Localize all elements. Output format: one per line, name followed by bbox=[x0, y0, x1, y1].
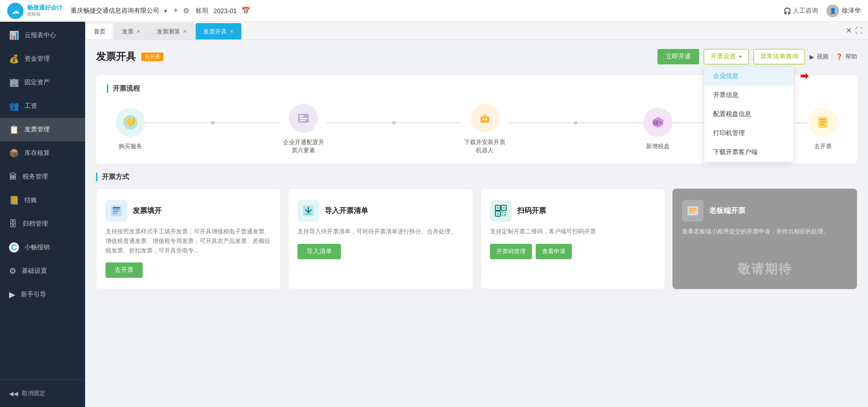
user-name: 徐泽华 bbox=[842, 7, 861, 15]
sidebar-item-fapiao[interactable]: 📋 发票管理 bbox=[0, 118, 85, 141]
video-help-area[interactable]: ▶ 视频 | ❓ 帮助 bbox=[810, 53, 857, 61]
svg-rect-3 bbox=[300, 116, 303, 117]
view-application-button[interactable]: 查看申请 bbox=[536, 244, 572, 259]
scan-invoice-title: 扫码开票 bbox=[517, 206, 546, 216]
sidebar-label-shuiwu: 税务管理 bbox=[23, 173, 48, 181]
boss-invoice-title: 老板端开票 bbox=[709, 206, 745, 216]
dropdown-item-invoice-info[interactable]: 开票信息 bbox=[704, 86, 794, 105]
step-invoice-icon bbox=[808, 108, 837, 137]
sidebar-item-kucun[interactable]: 📦 库存核算 bbox=[0, 141, 85, 165]
sidebar-label-fapiao: 发票管理 bbox=[24, 126, 50, 134]
fill-invoice-desc: 支持按照发票样式手工填开发票；可开具增值税电子普通发票、增值税普通发票、增值税专… bbox=[106, 227, 271, 255]
svg-rect-14 bbox=[820, 121, 825, 122]
sidebar-item-jiezhang[interactable]: 📒 结账 bbox=[0, 189, 85, 212]
sidebar-label-guidang: 归档管理 bbox=[23, 220, 48, 228]
step-robot-label: 下载并安装开票机器人 bbox=[462, 138, 508, 155]
help-label: 帮助 bbox=[845, 53, 857, 61]
sidebar-item-gongzi[interactable]: 👥 工资 bbox=[0, 94, 85, 118]
invoice-settings-button[interactable]: 开票设置 bbox=[704, 49, 749, 64]
company-name: 重庆畅捷交通信息咨询有限公司 bbox=[71, 7, 159, 15]
page-title: 发票开具 bbox=[96, 50, 136, 63]
calendar-icon[interactable]: 📅 bbox=[241, 6, 250, 15]
sidebar-label-jichu: 基础设置 bbox=[22, 267, 47, 275]
step-config-label: 企业开通配置开票六要素 bbox=[281, 138, 326, 155]
invoice-test-tab-close[interactable]: ✕ bbox=[183, 29, 187, 34]
svg-rect-18 bbox=[113, 209, 120, 210]
sidebar-label-yunbao: 云报表中心 bbox=[24, 31, 56, 39]
svg-rect-19 bbox=[113, 211, 118, 212]
sidebar-item-zijin[interactable]: 💰 资金管理 bbox=[0, 47, 85, 71]
methods-section: 开票方式 发票填开 支持按照发票样式手工填开发票；可开具增值税电子普通发票、增值… bbox=[96, 173, 857, 289]
sidebar-item-gudingzichan[interactable]: 🏢 固定资产 bbox=[0, 71, 85, 94]
svg-rect-15 bbox=[820, 124, 824, 125]
sidebar-label-zijin: 资金管理 bbox=[24, 55, 50, 63]
pending-badge: 待开通 bbox=[141, 53, 163, 61]
fapiao-icon: 📋 bbox=[9, 125, 19, 135]
sidebar-item-shuiwu[interactable]: 🏛 税务管理 bbox=[0, 165, 85, 189]
shuiwu-icon: 🏛 bbox=[9, 172, 17, 182]
svg-rect-26 bbox=[503, 207, 505, 209]
invoice-tab-close[interactable]: ✕ bbox=[136, 29, 140, 34]
kucun-icon: 📦 bbox=[9, 148, 19, 158]
coming-soon-overlay: 敬请期待 bbox=[673, 261, 857, 278]
dropdown-item-tax-disk[interactable]: 配置税盘信息 bbox=[704, 105, 794, 124]
invoice-open-tab-close[interactable]: ✕ bbox=[230, 29, 234, 34]
support-button[interactable]: 🎧 人工咨询 bbox=[783, 7, 818, 15]
tab-invoice[interactable]: 发票 ✕ bbox=[114, 23, 148, 39]
tab-invoice-test[interactable]: 发票测算 ✕ bbox=[149, 23, 195, 39]
sidebar-item-guidang[interactable]: 🗄 归档管理 bbox=[0, 212, 85, 236]
svg-rect-31 bbox=[501, 214, 503, 216]
tab-invoice-open[interactable]: 发票开具 ✕ bbox=[196, 23, 241, 39]
step-buy-service: 💛 购买服务 bbox=[116, 108, 145, 150]
svg-rect-35 bbox=[689, 210, 696, 211]
import-invoice-title: 导入开票清单 bbox=[325, 206, 368, 216]
headset-icon: 🎧 bbox=[783, 7, 791, 15]
import-list-button[interactable]: 导入清单 bbox=[297, 244, 341, 259]
activate-button[interactable]: 立即开通 bbox=[657, 49, 699, 64]
method-card-fill: 发票填开 支持按照发票样式手工填开发票；可开具增值税电子普通发票、增值税普通发票… bbox=[96, 189, 281, 289]
qr-code-manage-button[interactable]: 开票码管理 bbox=[490, 244, 532, 259]
dropdown-item-company-info[interactable]: 企业信息 bbox=[704, 67, 794, 86]
svg-rect-13 bbox=[820, 119, 825, 120]
sidebar-item-xiaochangbaoxiao[interactable]: C 小畅报销 bbox=[0, 236, 85, 259]
settings-dropdown-wrapper: 开票设置 企业信息 开票信息 bbox=[704, 49, 749, 64]
scan-invoice-icon bbox=[490, 200, 512, 222]
add-account-button[interactable]: + bbox=[173, 6, 178, 15]
app-edition: 旗舰版 bbox=[27, 11, 62, 17]
close-window-button[interactable]: ✕ bbox=[846, 26, 852, 35]
import-invoice-icon bbox=[297, 200, 319, 222]
boss-invoice-desc: 查看老板端小程序提交的开票申请，并作出相应的处理。 bbox=[682, 227, 848, 237]
svg-rect-29 bbox=[501, 211, 504, 213]
settings-icon[interactable]: ⚙ bbox=[183, 6, 189, 15]
company-dropdown-icon[interactable]: ▾ bbox=[164, 7, 167, 15]
sidebar-item-jichu[interactable]: ⚙ 基础设置 bbox=[0, 259, 85, 283]
zijin-icon: 💰 bbox=[9, 54, 19, 64]
page-content: 发票开具 待开通 立即开通 开票设置 bbox=[85, 40, 868, 407]
pin-icon: ◀◀ bbox=[9, 390, 18, 397]
dropdown-item-download-client[interactable]: 下载开票客户端 bbox=[704, 143, 794, 162]
user-info[interactable]: 👤 徐泽华 bbox=[826, 5, 861, 17]
svg-rect-17 bbox=[113, 207, 120, 208]
exception-list-button[interactable]: 异常清单查询 bbox=[753, 49, 805, 64]
step-download-robot: 下载并安装开票机器人 bbox=[462, 104, 508, 155]
sidebar-label-jiezhang: 结账 bbox=[24, 196, 37, 204]
help-circle-icon: ❓ bbox=[835, 53, 843, 60]
invoice-test-tab-label: 发票测算 bbox=[157, 28, 180, 36]
cancel-fixed-button[interactable]: ◀◀ 取消固定 bbox=[0, 383, 85, 403]
method-card-import: 导入开票清单 支持导入待开票清单，可对待开票清单进行拆分、合并处理。 导入清单 bbox=[288, 189, 473, 289]
dropdown-item-printer[interactable]: 打印机管理 bbox=[704, 124, 794, 143]
settings-chevron-down-icon bbox=[739, 56, 742, 58]
sidebar-label-gongzi: 工资 bbox=[24, 102, 37, 110]
tab-bar: 首页 发票 ✕ 发票测算 ✕ 发票开具 ✕ ✕ ⛶ bbox=[85, 22, 868, 40]
svg-rect-16 bbox=[111, 205, 122, 216]
svg-text:税+: 税+ bbox=[653, 120, 662, 126]
method-card-scan: 扫码开票 支持定制开票二维码，客户端可扫码开票 开票码管理 查看申请 bbox=[480, 189, 665, 289]
step-connector-1 bbox=[145, 122, 281, 123]
fullscreen-button[interactable]: ⛶ bbox=[855, 27, 863, 35]
tab-home[interactable]: 首页 bbox=[86, 23, 113, 39]
sidebar-item-xinshou[interactable]: ▶ 新手引导 bbox=[0, 283, 85, 306]
fill-invoice-go-button[interactable]: 去开票 bbox=[106, 262, 143, 278]
svg-rect-20 bbox=[113, 213, 117, 214]
sidebar-item-yunbao[interactable]: 📊 云报表中心 bbox=[0, 24, 85, 47]
svg-rect-6 bbox=[480, 116, 489, 123]
